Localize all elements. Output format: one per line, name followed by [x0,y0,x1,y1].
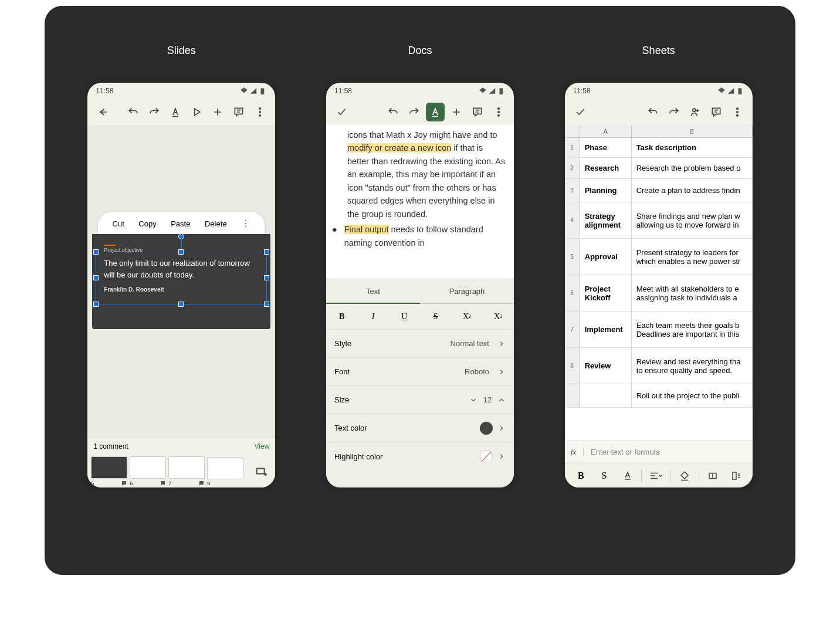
strikethrough-button[interactable]: S [592,464,616,487]
add-slide-button[interactable] [252,462,272,482]
redo-button[interactable] [405,103,424,121]
ctx-more-icon[interactable] [241,219,250,228]
table-row[interactable]: 1 Phase Task description [565,138,753,158]
table-row[interactable]: 7 Implement Each team meets their goals … [565,312,753,348]
cell[interactable]: Approval [580,239,632,275]
cell[interactable]: Present strategy to leaders for which en… [632,239,753,275]
cell[interactable]: Review and test everything tha to ensure… [632,348,753,384]
underline-button[interactable]: U [389,312,420,321]
text-format-button[interactable] [426,103,445,121]
slide-preview[interactable]: Project objective The only limit to our … [92,234,270,329]
subscript-button[interactable]: X2 [483,312,514,321]
chevron-down-icon[interactable] [469,396,477,404]
cell[interactable]: Each team meets their goals b Deadlines … [632,312,753,347]
done-button[interactable] [332,103,351,121]
size-row[interactable]: Size 12 [326,386,514,414]
cell[interactable]: Strategy alignment [580,202,632,238]
undo-button[interactable] [643,103,662,121]
chevron-up-icon[interactable] [497,396,506,404]
selection-box[interactable] [96,252,267,304]
back-button[interactable] [93,103,112,121]
column-header-a[interactable]: A [580,125,632,138]
cell[interactable]: Project Kickoff [580,275,632,311]
cell[interactable] [580,384,632,407]
font-row[interactable]: Font Roboto [326,358,514,386]
cell[interactable]: Implement [580,312,632,347]
resize-handle[interactable] [93,249,99,255]
slide-thumb[interactable]: 8 [207,457,243,486]
table-row[interactable]: 8 Review Review and test everything tha … [565,348,753,384]
cell[interactable]: Research the problem based o [632,158,753,178]
column-header-b[interactable]: B [632,125,753,138]
italic-button[interactable]: I [357,312,388,321]
comment-button[interactable] [707,103,726,121]
bold-button[interactable]: B [326,312,357,321]
table-row[interactable]: Roll out the project to the publi [565,384,753,408]
comment-count[interactable]: 1 comment [93,442,128,451]
header-cell[interactable]: Task description [632,138,753,157]
cell[interactable]: Planning [580,179,632,202]
cell[interactable]: Share findings and new plan w allowing u… [632,202,753,238]
highlight-color-row[interactable]: Highlight color [326,442,514,470]
more-button[interactable] [728,103,747,121]
ctx-cut[interactable]: Cut [113,219,124,228]
ctx-delete[interactable]: Delete [205,219,227,228]
table-row[interactable]: 6 Project Kickoff Meet with all stakehol… [565,275,753,312]
redo-button[interactable] [665,103,683,121]
fill-color-button[interactable] [673,464,696,487]
resize-handle[interactable] [178,302,184,307]
undo-button[interactable] [124,103,143,121]
cell[interactable]: Create a plan to address findin [632,179,753,202]
text-color-button[interactable] [616,464,639,487]
resize-handle[interactable] [178,249,184,255]
table-row[interactable]: 4 Strategy alignment Share findings and … [565,202,753,239]
header-cell[interactable]: Phase [580,138,632,157]
resize-handle[interactable] [93,302,99,307]
present-button[interactable] [187,103,206,121]
tab-text[interactable]: Text [326,279,420,304]
view-link[interactable]: View [255,442,270,451]
ctx-copy[interactable]: Copy [138,219,156,228]
superscript-button[interactable]: X2 [451,312,482,321]
strikethrough-button[interactable]: S [420,312,451,321]
slide-thumb[interactable]: 5 [91,456,127,487]
resize-handle[interactable] [264,249,269,255]
resize-handle[interactable] [93,275,99,280]
align-button[interactable] [644,464,668,487]
table-row[interactable]: 3 Planning Create a plan to address find… [565,179,753,202]
add-button[interactable] [447,103,466,121]
cell[interactable]: Review [580,348,632,384]
ctx-paste[interactable]: Paste [171,219,190,228]
add-button[interactable] [208,103,227,121]
cell[interactable]: Meet with all stakeholders to e assignin… [632,275,753,311]
table-row[interactable]: 5 Approval Present strategy to leaders f… [565,239,753,275]
more-button[interactable] [250,103,269,121]
bold-button[interactable]: B [570,464,593,487]
table-row[interactable]: 2 Research Research the problem based o [565,158,753,179]
merge-button[interactable] [701,464,724,487]
slide-thumb[interactable]: 7 [168,456,205,487]
formula-bar[interactable]: fx Enter text or formula [565,441,753,463]
slide-thumb[interactable]: 6 [130,456,166,487]
cell[interactable]: Research [580,158,632,178]
redo-button[interactable] [145,103,164,121]
undo-button[interactable] [384,103,402,121]
comment-button[interactable] [468,103,487,121]
wrap-button[interactable] [724,464,748,487]
more-button[interactable] [489,103,508,121]
cell[interactable]: Roll out the project to the publi [632,384,753,407]
done-button[interactable] [571,103,590,121]
comment-button[interactable] [229,103,248,121]
share-button[interactable] [686,103,704,121]
tab-paragraph[interactable]: Paragraph [420,279,514,304]
highlight-color-label: Highlight color [334,452,480,461]
style-row[interactable]: Style Normal text [326,330,514,358]
resize-handle[interactable] [264,302,269,307]
text-color-row[interactable]: Text color [326,414,514,442]
formula-input[interactable]: Enter text or formula [583,448,747,456]
text-format-button[interactable] [166,103,185,121]
wifi-icon [717,87,726,95]
slide-canvas[interactable]: Cut Copy Paste Delete Project objective … [87,125,275,437]
document-body[interactable]: icons that Math x Joy might have and to … [326,125,514,279]
resize-handle[interactable] [264,275,269,280]
